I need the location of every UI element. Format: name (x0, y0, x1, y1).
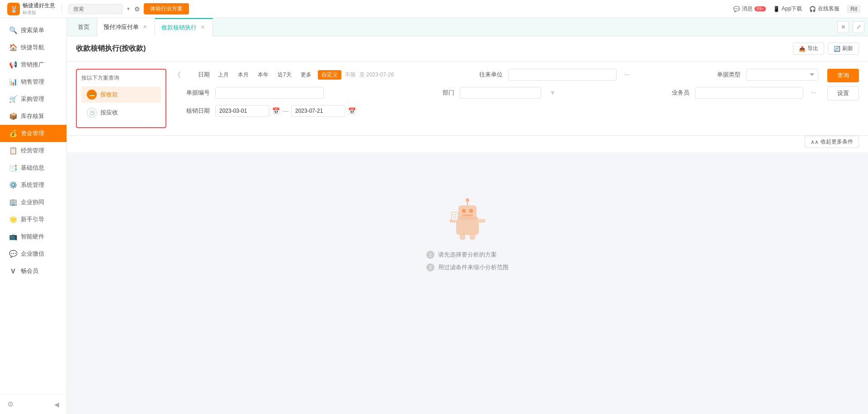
verify-date-end-icon[interactable]: 📅 (348, 107, 356, 114)
counterparty-more-icon[interactable]: ··· (622, 71, 632, 79)
tab-prepay-label: 预付冲应付单 (104, 23, 139, 31)
sidebar-item-inventory[interactable]: 📦 库存核算 (0, 108, 66, 125)
verify-date-end-input[interactable] (291, 105, 345, 117)
export-button[interactable]: 📤 导出 (793, 43, 824, 55)
finance-icon: 💰 (9, 129, 17, 138)
sidebar-item-member[interactable]: V 畅会员 (0, 262, 66, 280)
sidebar-item-purchase[interactable]: 🛒 采购管理 (0, 90, 66, 108)
marketing-icon: 📢 (9, 61, 17, 69)
sidebar-item-hardware[interactable]: 📺 智能硬件 (0, 228, 66, 245)
sidebar-collapse-icon[interactable]: ◀ (54, 401, 59, 408)
search-chevron-icon[interactable]: ▼ (126, 6, 131, 11)
sidebar-item-label-nav: 快捷导航 (21, 43, 44, 52)
tab-verify[interactable]: 收款核销执行 ✕ (155, 18, 213, 36)
sidebar-item-nav[interactable]: 🏠 快捷导航 (0, 39, 66, 56)
top-bar-left: 🐰 畅捷通好生意 标准版 ▼ ⚙ 体验行业方案 (7, 2, 189, 16)
user-name[interactable]: Rit (847, 5, 861, 13)
counterparty-input[interactable] (508, 69, 617, 81)
message-action[interactable]: 💬 消息 99+ (733, 5, 766, 13)
filter-option-by-receipt[interactable]: 💳 按收款 (81, 86, 161, 103)
tab-prepay[interactable]: 预付冲应付单 ✕ (97, 18, 155, 36)
system-icon: ⚙️ (9, 181, 17, 189)
tab-close-all-btn[interactable]: ✕ (837, 21, 849, 33)
sidebar-settings-icon[interactable]: ⚙ (7, 400, 14, 409)
sidebar-item-enterprise[interactable]: 🏢 企业协同 (0, 194, 66, 211)
verify-date-start-input[interactable] (215, 105, 269, 117)
tab-verify-close[interactable]: ✕ (199, 24, 206, 31)
date-7days[interactable]: 近7天 (275, 70, 294, 80)
message-badge: 99+ (755, 6, 766, 11)
main-content: 首页 预付冲应付单 ✕ 收款核销执行 ✕ ✕ ⤢ 收款核销执行(按收款) 📤 (67, 18, 868, 414)
settings-icon[interactable]: ⚙ (134, 5, 140, 13)
date-this-month[interactable]: 本月 (235, 70, 251, 80)
date-this-year[interactable]: 本年 (255, 70, 271, 80)
sidebar-item-label-basic: 基础信息 (21, 164, 44, 172)
message-label: 消息 (742, 5, 753, 13)
logo-text-group: 畅捷通好生意 标准版 (23, 2, 55, 16)
hint-1-text: 请先选择要分析的方案 (438, 251, 497, 259)
empty-hints: 1 请先选择要分析的方案 2 用过滤条件来缩小分析范围 (426, 251, 509, 271)
date-custom[interactable]: 自定义 (318, 70, 341, 80)
sidebar-item-label-finance: 资金管理 (21, 129, 44, 138)
hardware-icon: 📺 (9, 233, 17, 241)
sidebar-item-system[interactable]: ⚙️ 系统管理 (0, 176, 66, 194)
filter-settings-button[interactable]: 设置 (827, 86, 859, 100)
verify-date-label: 核销日期 (183, 107, 210, 115)
chevron-up-icon: ∧∧ (811, 139, 819, 145)
voucher-no-input[interactable] (215, 87, 324, 99)
query-button[interactable]: 查询 (827, 69, 859, 82)
top-bar-right: 💬 消息 99+ 📱 App下载 🎧 在线客服 Rit (733, 5, 861, 13)
basic-icon: 📑 (9, 164, 17, 172)
service-action[interactable]: 🎧 在线客服 (809, 5, 840, 13)
app-name: 畅捷通好生意 (23, 2, 55, 10)
date-last-month[interactable]: 上月 (215, 70, 231, 80)
app-download-icon: 📱 (773, 6, 780, 12)
verify-date-start-icon[interactable]: 📅 (272, 107, 280, 114)
staff-more-icon[interactable]: ··· (809, 89, 818, 97)
sidebar-item-search[interactable]: 🔍 搜索菜单 (0, 22, 66, 39)
sidebar-item-wechat[interactable]: 💬 企业微信 (0, 245, 66, 262)
sidebar-bottom: ⚙ ◀ (0, 394, 66, 414)
voucher-type-select[interactable] (746, 69, 818, 81)
dept-dropdown-icon[interactable]: ▼ (547, 88, 558, 97)
receipt-scheme-icon: 💳 (87, 90, 97, 100)
sidebar-item-finance[interactable]: 💰 资金管理 (0, 125, 66, 142)
hint-1-num: 1 (426, 251, 434, 259)
page-header: 收款核销执行(按收款) 📤 导出 🔄 刷新 (67, 36, 868, 62)
app-download-label: App下载 (782, 5, 802, 13)
receipt-scheme-label: 按收款 (100, 90, 118, 99)
sidebar-item-label-marketing: 营销推广 (21, 61, 44, 69)
sidebar-item-basic[interactable]: 📑 基础信息 (0, 159, 66, 176)
app-download-action[interactable]: 📱 App下载 (773, 5, 802, 13)
staff-input[interactable] (695, 87, 803, 99)
filter-row-3: 核销日期 📅 — 📅 (183, 105, 818, 117)
date-label: 日期 (183, 71, 210, 79)
collapse-more-button[interactable]: ∧∧ 收起更多条件 (805, 136, 859, 148)
tab-expand-btn[interactable]: ⤢ (853, 21, 864, 33)
tab-home[interactable]: 首页 (71, 18, 97, 36)
svg-rect-10 (470, 233, 475, 240)
empty-state: 1 请先选择要分析的方案 2 用过滤条件来缩小分析范围 (67, 152, 868, 315)
sidebar-item-sales[interactable]: 📊 销售管理 (0, 73, 66, 90)
app-sub: 标准版 (23, 10, 55, 16)
wechat-icon: 💬 (9, 250, 17, 258)
tab-prepay-close[interactable]: ✕ (142, 24, 148, 30)
page-title: 收款核销执行(按收款) (76, 44, 146, 60)
message-icon: 💬 (733, 6, 740, 12)
industry-button[interactable]: 体验行业方案 (144, 3, 189, 14)
page-header-actions: 📤 导出 🔄 刷新 (793, 43, 859, 61)
sidebar-item-marketing[interactable]: 📢 营销推广 (0, 56, 66, 73)
search-input[interactable] (68, 4, 123, 14)
sidebar-nav: 🔍 搜索菜单 🏠 快捷导航 📢 营销推广 📊 销售管理 🛒 采购管理 📦 (0, 18, 66, 283)
refresh-button[interactable]: 🔄 刷新 (828, 43, 859, 55)
date-more[interactable]: 更多 (298, 70, 314, 80)
hint-2-text: 用过滤条件来缩小分析范围 (438, 263, 509, 271)
sidebar-item-guide[interactable]: 🌟 新手引导 (0, 211, 66, 228)
dept-input[interactable] (460, 87, 541, 99)
export-label: 导出 (807, 45, 818, 52)
sidebar-item-management[interactable]: 📋 经营管理 (0, 142, 66, 159)
filter-collapse-btn[interactable]: 《 (174, 69, 183, 128)
dept-label: 部门 (427, 89, 454, 97)
svg-rect-2 (462, 209, 466, 213)
filter-option-by-receivable[interactable]: 🕐 按应收 (81, 105, 161, 121)
